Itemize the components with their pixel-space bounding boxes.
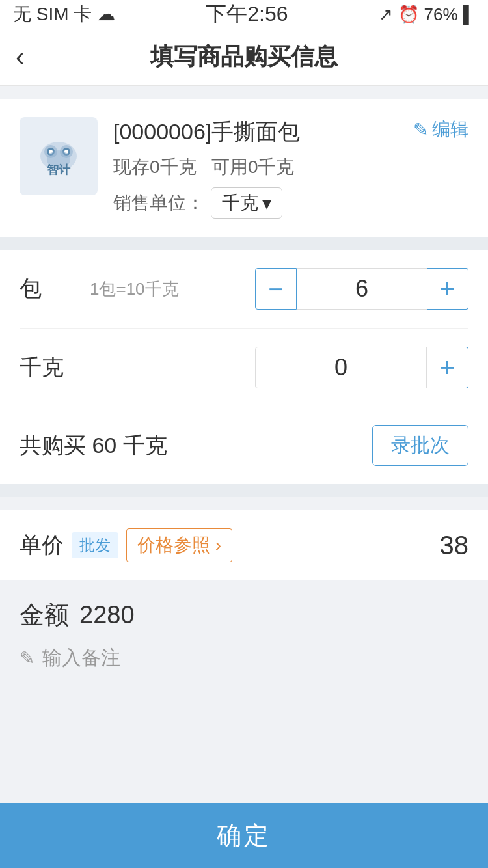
price-label: 单价 [20,530,64,560]
product-card: 智计 [0000006]手撕面包 现存0千克 可用0千克 销售单位： 千克 ▾ … [0,99,488,237]
bao-sublabel: 1包=10千克 [90,278,179,301]
kg-input[interactable] [255,347,427,388]
edit-icon: ✎ [413,119,428,141]
kg-increment-button[interactable]: + [427,347,468,388]
page-title: 填写商品购买信息 [150,41,338,73]
unit-label: 销售单位： [113,191,204,215]
status-bar: 无 SIM 卡 ☁ 下午2:56 ↗ ⏰ 76% ▌ [0,0,488,29]
input-section: 包 1包=10千克 − + 千克 + [0,250,488,407]
bao-decrement-button[interactable]: − [255,268,297,310]
section-divider-2 [0,484,488,497]
price-tag: 批发 [72,532,118,558]
unit-select[interactable]: 千克 ▾ [211,187,282,219]
kg-label: 千克 [20,353,85,383]
battery-label: 76% [424,5,458,25]
price-value: 38 [440,531,469,560]
location-icon: ↗ [379,5,393,25]
bao-input[interactable] [297,268,427,310]
product-logo-icon: 智计 [33,127,85,186]
batch-button[interactable]: 录批次 [372,425,468,466]
amount-value: 2280 [79,601,135,629]
alarm-icon: ⏰ [398,5,419,25]
total-label: 共购买 60 千克 [20,431,167,461]
status-right: ↗ ⏰ 76% ▌ [379,5,475,25]
price-ref-button[interactable]: 价格参照 › [126,528,232,562]
remark-placeholder: 输入备注 [42,645,120,671]
bao-label: 包 [20,274,85,304]
status-left: 无 SIM 卡 ☁ [13,2,115,27]
chevron-down-icon: ▾ [262,193,271,214]
bao-input-row: 包 1包=10千克 − + [20,250,468,329]
section-divider-1 [0,237,488,250]
price-label-group: 单价 批发 价格参照 › [20,528,232,562]
amount-section: 金额 2280 ✎ 输入备注 [0,580,488,682]
battery-icon: ▌ [463,5,475,25]
bao-controls: − + [255,268,468,310]
sim-label: 无 SIM 卡 ☁ [13,2,115,27]
remark-row[interactable]: ✎ 输入备注 [20,645,468,671]
price-section: 单价 批发 价格参照 › 38 [0,510,488,580]
nav-bar: ‹ 填写商品购买信息 [0,29,488,86]
bao-increment-button[interactable]: + [427,268,468,310]
product-unit-row: 销售单位： 千克 ▾ [113,187,468,219]
edit-button[interactable]: ✎ 编辑 [413,117,468,142]
amount-row: 金额 2280 [20,599,468,632]
svg-text:智计: 智计 [46,163,71,176]
total-row: 共购买 60 千克 录批次 [0,407,488,484]
status-time: 下午2:56 [206,0,288,29]
back-button[interactable]: ‹ [16,42,24,72]
amount-label: 金额 [20,599,69,632]
kg-input-row: 千克 + [20,329,468,407]
product-image: 智计 [20,117,98,195]
pencil-icon: ✎ [20,647,34,669]
kg-controls: + [255,347,468,388]
confirm-button[interactable]: 确定 [0,803,488,868]
price-row: 单价 批发 价格参照 › 38 [20,528,468,562]
product-stock: 现存0千克 可用0千克 [113,155,468,180]
